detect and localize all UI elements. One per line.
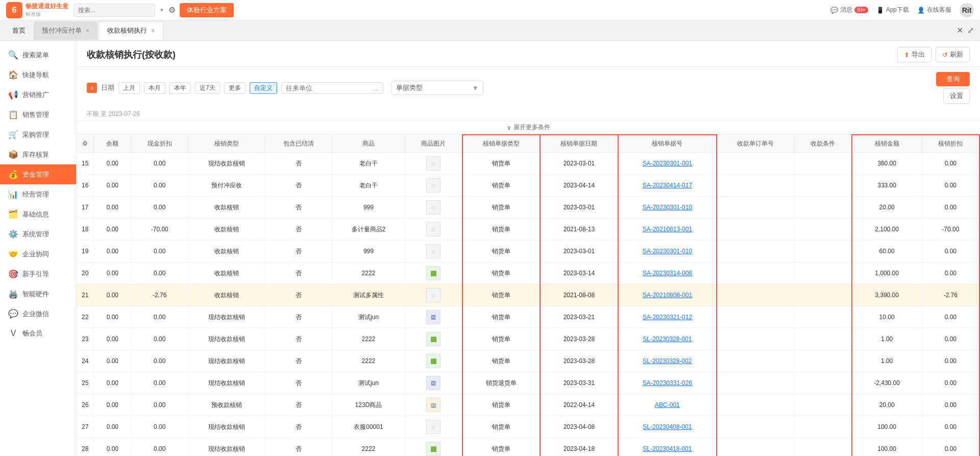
cell-cancel-bill-no[interactable]: SA-20230321-012 [618, 306, 717, 328]
cell-cancel-bill-no[interactable]: ABC-001 [618, 394, 717, 416]
sidebar-item-wechat[interactable]: 💬 企业微信 [0, 304, 76, 324]
bill-no-link[interactable]: SA-20210808-001 [643, 292, 692, 299]
bill-no-link[interactable]: SL-20230328-002 [643, 357, 692, 365]
cell-cancel-bill-no[interactable]: SA-20230301-010 [618, 197, 717, 219]
cell-cancel-discount: 0.00 [922, 175, 979, 197]
bill-no-link[interactable]: SA-20230314-008 [643, 270, 692, 277]
th-balance: 余额 [94, 135, 131, 153]
bill-no-link[interactable]: SL-20230418-001 [643, 445, 692, 452]
sidebar-item-marketing[interactable]: 📢 营销推广 [0, 85, 76, 105]
tab-collection-close[interactable]: × [151, 27, 155, 34]
table-row: 23 0.00 0.00 现结收款核销 否 2222 🟩 销货单 2023-03… [77, 328, 979, 350]
counterpart-input[interactable] [286, 84, 373, 92]
setting-btn[interactable]: 设置 [943, 88, 970, 104]
cell-cancel-bill-no[interactable]: SL-20230408-001 [618, 416, 717, 438]
cell-no: 21 [77, 284, 94, 306]
avatar[interactable]: Rit [960, 3, 974, 17]
tab-home[interactable]: 首页 [4, 21, 34, 40]
th-settings[interactable]: ⚙ [77, 135, 94, 153]
app-download-area[interactable]: 📱 App下载 [876, 6, 909, 14]
online-service-area[interactable]: 👤 在线客服 [917, 6, 951, 14]
bill-no-link[interactable]: ABC-001 [655, 401, 680, 409]
sidebar-item-system[interactable]: ⚙️ 系统管理 [0, 224, 76, 244]
tab-prepay[interactable]: 预付冲应付单 × [34, 21, 97, 40]
search-input[interactable] [74, 4, 155, 17]
this-year-btn[interactable]: 本年 [169, 82, 191, 94]
cell-cancel-bill-no[interactable]: SA-20210808-001 [618, 284, 717, 306]
cell-cash-discount: 0.00 [131, 197, 188, 219]
bill-type-select[interactable]: 单据类型 ▼ [391, 81, 483, 95]
sidebar-item-sales[interactable]: 📋 销售管理 [0, 105, 76, 125]
cell-cancel-bill-no[interactable]: SA-20230314-008 [618, 262, 717, 284]
bill-no-link[interactable]: SA-20230301-010 [643, 204, 692, 211]
counterpart-input-wrap[interactable]: ... [281, 82, 383, 94]
bill-no-link[interactable]: SA-20230321-012 [643, 314, 692, 321]
bill-no-link[interactable]: SL-20230328-001 [643, 335, 692, 343]
dropdown-arrow-icon[interactable]: ▼ [159, 7, 164, 13]
cell-cancel-bill-no[interactable]: SA-20230301-001 [618, 153, 717, 175]
cell-cancel-date: 2023-04-08 [540, 416, 618, 438]
last7days-btn[interactable]: 近7天 [195, 82, 220, 94]
cell-balance: 0.00 [94, 438, 131, 457]
sidebar-item-basic[interactable]: 🗂️ 基础信息 [0, 204, 76, 224]
sidebar-item-inventory[interactable]: 📦 库存核算 [0, 145, 76, 164]
more-date-btn[interactable]: 更多 [224, 82, 246, 94]
cell-cancel-bill-no[interactable]: SL-20230328-001 [618, 328, 717, 350]
industry-btn[interactable]: 体验行业方案 [180, 3, 234, 17]
cell-cancel-bill-no[interactable]: SL-20230328-002 [618, 350, 717, 372]
sidebar-item-guide[interactable]: 🎯 新手引导 [0, 264, 76, 284]
table-row: 24 0.00 0.00 现结收款核销 否 2222 🟩 销货单 2023-03… [77, 350, 979, 372]
sidebar-item-search[interactable]: 🔍 搜索菜单 [0, 45, 76, 65]
this-month-btn[interactable]: 本月 [144, 82, 165, 94]
bill-no-link[interactable]: SA-20230331-026 [643, 379, 692, 387]
sidebar-item-hardware[interactable]: 🖨️ 智能硬件 [0, 284, 76, 304]
th-cancel-bill-type: 核销单据类型 [462, 135, 540, 153]
cell-collection-order [717, 306, 794, 328]
sidebar-item-purchase[interactable]: 🛒 采购管理 [0, 125, 76, 145]
cell-balance: 0.00 [94, 197, 131, 219]
bill-no-link[interactable]: SA-20230414-017 [643, 182, 692, 189]
tab-prepay-close[interactable]: × [86, 27, 89, 34]
custom-date-btn[interactable]: 自定义 [250, 82, 277, 94]
bill-no-link[interactable]: SA-20230301-010 [643, 248, 692, 255]
cell-cancel-type: 现结收款核销 [188, 350, 265, 372]
sidebar-item-quicknav[interactable]: 🏠 快捷导航 [0, 65, 76, 85]
cell-cancel-bill-no[interactable]: SA-20230414-017 [618, 175, 717, 197]
home-icon: 🏠 [8, 70, 18, 80]
filter-collapse-btn[interactable]: » [87, 83, 97, 93]
bill-no-link[interactable]: SL-20230408-001 [643, 423, 692, 430]
sidebar-item-funds[interactable]: 💰 资金管理 [0, 164, 76, 184]
bill-no-link[interactable]: SA-20230301-001 [643, 160, 692, 167]
notification-area[interactable]: 💬 消息 99+ [830, 6, 868, 14]
cell-cancel-bill-no[interactable]: SA-20210813-001 [618, 219, 717, 241]
tab-close-all-btn[interactable]: ✕ [957, 26, 963, 35]
cell-cancel-date: 2022-04-14 [540, 394, 618, 416]
table-settings-icon[interactable]: ⚙ [82, 140, 88, 147]
expand-more-btn[interactable]: ∨ 展开更多条件 [77, 121, 980, 134]
refresh-btn[interactable]: ↺ 刷新 [936, 47, 970, 62]
sidebar-item-collab[interactable]: 🤝 企业协同 [0, 244, 76, 264]
sidebar-item-operations[interactable]: 📊 经营管理 [0, 184, 76, 204]
cell-no: 17 [77, 197, 94, 219]
export-btn[interactable]: ⬆ 导出 [897, 47, 932, 62]
tab-collection[interactable]: 收款核销执行 × [99, 21, 163, 40]
export-label: 导出 [912, 50, 925, 59]
bill-no-link[interactable]: SA-20210813-001 [643, 226, 692, 233]
table-row: 27 0.00 0.00 现结收款核销 否 衣服00001 □ 销货单 2023… [77, 416, 979, 438]
gear-icon[interactable]: ⚙ [168, 5, 176, 15]
cell-cancel-bill-type: 销货退货单 [462, 372, 540, 394]
th-goods-img: 商品图片 [405, 135, 462, 153]
table-area[interactable]: ⚙ 余额 现金折扣 核销类型 包含已结清 商品 商品图片 核销单据类型 核销单据… [77, 134, 980, 456]
inventory-icon: 📦 [8, 150, 18, 159]
table-row: 21 0.00 -2.76 收款核销 否 测试多属性 □ 销货单 2021-08… [77, 284, 979, 306]
cell-cancel-bill-no[interactable]: SA-20230331-026 [618, 372, 717, 394]
system-icon: ⚙️ [8, 229, 18, 239]
last-month-btn[interactable]: 上月 [118, 82, 140, 94]
cell-cancel-bill-no[interactable]: SA-20230301-010 [618, 241, 717, 262]
tab-expand-btn[interactable]: ⤢ [967, 26, 974, 35]
cell-cancel-bill-no[interactable]: SL-20230418-001 [618, 438, 717, 457]
cell-cash-discount: 0.00 [131, 394, 188, 416]
query-btn[interactable]: 查询 [936, 72, 970, 86]
operations-icon: 📊 [8, 189, 18, 199]
sidebar-item-member[interactable]: V 畅会员 [0, 324, 76, 343]
